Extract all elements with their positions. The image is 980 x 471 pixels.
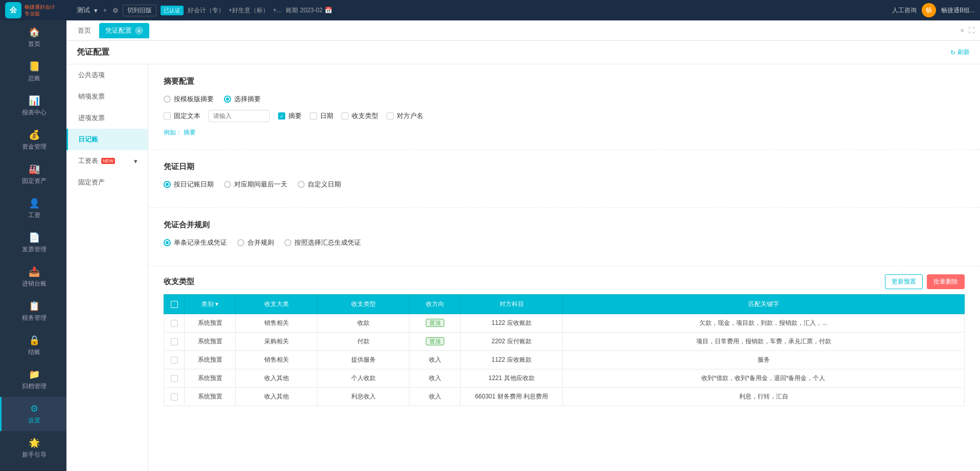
th-category: 类别 ▾ (185, 295, 236, 314)
table-row: 系统预置 收入其他 个人收款 收入 1221 其他应收款 收到*借款，收到*备用… (164, 369, 965, 388)
radio-custom-date[interactable]: 自定义日期 (298, 180, 341, 189)
window-close-icon[interactable]: × (960, 27, 964, 34)
th-major: 收支大类 (236, 295, 317, 314)
sidebar-item-tax[interactable]: 📋 税务管理 (0, 294, 66, 328)
row-category: 系统预置 (185, 351, 236, 369)
table-row: 系统预置 采购相关 付款 置顶 2202 应付账款 项目，日常费用，报销款，车费… (164, 333, 965, 351)
nav-item-purchase-invoice[interactable]: 进项发票 (66, 107, 148, 129)
sidebar-item-purchase-sales[interactable]: 📥 进销台账 (0, 260, 66, 294)
settings-icon[interactable]: ⚙ (112, 7, 119, 14)
radio-circle-select (224, 96, 231, 103)
plus-icon[interactable]: ＋ (102, 6, 108, 15)
nav-item-sales-invoice[interactable]: 销项发票 (66, 86, 148, 107)
sidebar-item-archive[interactable]: 📁 归档管理 (0, 363, 66, 397)
row-checkbox-cell[interactable] (164, 333, 185, 351)
sidebar-item-general-ledger[interactable]: 📒 总账 (0, 55, 66, 89)
radio-single-voucher[interactable]: 单条记录生成凭证 (164, 238, 227, 247)
merge-title: 凭证合并规则 (164, 220, 965, 230)
table-row: 系统预置 销售相关 提供服务 收入 1122 应收账款 服务 (164, 351, 965, 369)
nav-item-diary[interactable]: 日记账 (66, 129, 148, 150)
row-checkbox[interactable] (171, 393, 178, 401)
checkbox-date[interactable]: 日期 (310, 111, 333, 121)
fixed-text-input[interactable] (209, 110, 270, 122)
row-checkbox[interactable] (171, 338, 178, 345)
radio-diary-date[interactable]: 按日记账日期 (164, 180, 214, 189)
sidebar-item-reports[interactable]: 📊 报表中心 (0, 89, 66, 123)
row-checkbox[interactable] (171, 357, 178, 364)
topbar-right: 人工咨询 畅 畅捷通B组... (892, 3, 975, 17)
window-expand-icon[interactable]: ⛶ (968, 27, 975, 34)
checkbox-counterpart[interactable]: 对方户名 (386, 111, 423, 121)
calendar-icon[interactable]: 📅 (325, 7, 332, 14)
checkbox-type[interactable]: 收支类型 (341, 111, 378, 121)
radio-select-merge[interactable]: 按照选择汇总生成凭证 (284, 238, 361, 247)
sidebar-item-funds[interactable]: 💰 资金管理 (0, 123, 66, 157)
top-tag[interactable]: 置顶 (426, 337, 444, 345)
sidebar-item-settings[interactable]: ⚙ 设置 (0, 397, 66, 431)
income-expense-table: 类别 ▾ 收支大类 收支类型 收方向 对方科目 匹配关键字 (164, 294, 965, 406)
row-category: 系统预置 (185, 333, 236, 351)
tab-home[interactable]: 首页 (72, 23, 97, 38)
sidebar-item-invoice[interactable]: 📄 发票管理 (0, 226, 66, 260)
radio-merge-label: 合并规则 (247, 238, 274, 247)
radio-template-summary[interactable]: 按模板版摘要 (164, 95, 214, 104)
refresh-button[interactable]: ↻ 刷新 (950, 48, 970, 57)
summary-section: 摘要配置 按模板版摘要 选择摘要 (148, 64, 980, 150)
row-checkbox-cell[interactable] (164, 351, 185, 369)
sidebar-item-fixed-assets[interactable]: 🏭 固定资产 (0, 157, 66, 192)
sidebar-item-guide[interactable]: 🌟 新手引导 (0, 431, 66, 465)
sort-icon: ▾ (215, 300, 218, 308)
checkbox-date-label: 日期 (320, 111, 333, 121)
radio-custom-label: 自定义日期 (308, 180, 341, 189)
nav-item-public[interactable]: 公共选项 (66, 64, 148, 86)
checkbox-box-fixed (164, 112, 171, 120)
select-all-checkbox[interactable] (171, 301, 178, 308)
radio-merge-rule[interactable]: 合并规则 (237, 238, 274, 247)
sidebar-label-guide: 新手引导 (22, 451, 47, 459)
row-checkbox-cell[interactable] (164, 369, 185, 388)
tab-home-label: 首页 (78, 26, 91, 35)
row-direction: 收入 (409, 388, 461, 406)
merge-radio-group: 单条记录生成凭证 合并规则 按照选择汇总生成凭证 (164, 238, 965, 247)
nav-label-diary: 日记账 (78, 135, 98, 144)
nav-item-fixed-assets-nav[interactable]: 固定资产 (66, 172, 148, 193)
radio-select-summary[interactable]: 选择摘要 (224, 95, 261, 104)
period-info: 账期 2023-02 📅 (286, 6, 332, 15)
checkbox-fixed-text[interactable]: 固定文本 (164, 111, 200, 121)
consult-label[interactable]: 人工咨询 (892, 6, 917, 15)
sidebar-item-payroll[interactable]: 👤 工资 (0, 192, 66, 226)
checkbox-box-type (341, 112, 349, 120)
radio-diary-label: 按日记账日期 (174, 180, 214, 189)
top-tag[interactable]: 置顶 (426, 319, 444, 327)
radio-select-merge-label: 按照选择汇总生成凭证 (294, 238, 361, 247)
row-major: 销售相关 (236, 314, 317, 333)
row-checkbox[interactable] (171, 375, 178, 382)
sidebar-label-funds: 资金管理 (22, 143, 47, 151)
radio-select-label: 选择摘要 (234, 95, 261, 104)
radio-circle-single (164, 239, 171, 246)
sidebar-item-close[interactable]: 🔒 结账 (0, 328, 66, 363)
date-title: 凭证日期 (164, 162, 965, 172)
th-type: 收支类型 (317, 295, 409, 314)
sidebar-item-home[interactable]: 🏠 首页 (0, 20, 66, 55)
checkbox-summary[interactable]: ✓ 摘要 (278, 111, 302, 121)
tab-voucher-config[interactable]: 凭证配置 × (99, 23, 149, 38)
row-checkbox-cell[interactable] (164, 314, 185, 333)
avatar[interactable]: 畅 (922, 3, 936, 17)
main-layout: 🏠 首页 📒 总账 📊 报表中心 💰 资金管理 🏭 固定资产 👤 工资 📄 发票… (0, 20, 980, 471)
tax-icon: 📋 (29, 300, 40, 312)
th-checkbox[interactable] (164, 295, 185, 314)
update-preset-button[interactable]: 更新预置 (885, 274, 923, 289)
switch-version-button[interactable]: 切到旧版 (123, 5, 156, 16)
th-keyword: 匹配关键字 (563, 295, 965, 314)
batch-delete-button[interactable]: 批量删除 (927, 274, 965, 289)
radio-period-last[interactable]: 对应期间最后一天 (224, 180, 287, 189)
tab-close-icon[interactable]: × (135, 27, 143, 35)
row-checkbox-cell[interactable] (164, 388, 185, 406)
dropdown-icon[interactable]: ▾ (94, 7, 98, 14)
sidebar-item-member[interactable]: 👥 畅会员 (0, 465, 66, 471)
nav-item-payroll-table[interactable]: 工资表 NEW ▾ (66, 150, 148, 172)
row-account: 660301 财务费用 利息费用 (461, 388, 563, 406)
table-row: 系统预置 收入其他 利息收入 收入 660301 财务费用 利息费用 利息，行转… (164, 388, 965, 406)
row-checkbox[interactable] (171, 320, 178, 327)
